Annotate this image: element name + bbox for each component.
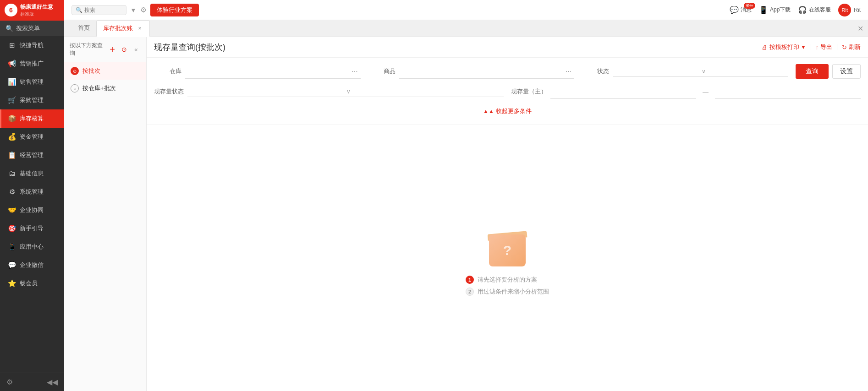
empty-state: 1 请先选择要分析的方案 2 用过滤条件来缩小分析范围	[147, 125, 868, 391]
inventory-qty-to-input[interactable]	[718, 86, 858, 97]
warehouse-label: 仓库	[154, 67, 181, 76]
topbar-search-input[interactable]	[84, 7, 121, 13]
product-input[interactable]	[402, 66, 566, 76]
username-label: Rit	[854, 7, 861, 13]
sidebar-header: 6 畅康通好生意 标准版	[0, 0, 64, 21]
page-header: 现存量查询(按批次) 🖨 按模板打印 ▼ ↑ 导出 ↻ 刷	[147, 37, 868, 58]
sidebar-item-app-center[interactable]: 📱 应用中心	[0, 238, 64, 256]
tab-close-icon[interactable]: ×	[137, 25, 143, 32]
sidebar-item-basic[interactable]: 🗂 基础信息	[0, 164, 64, 183]
settings-icon[interactable]: ⚙	[6, 378, 13, 386]
range-dash: —	[700, 88, 711, 95]
dropdown-arrow-icon[interactable]: ▼	[130, 6, 137, 14]
status-filter: 状态 ∨	[582, 66, 788, 77]
print-dropdown-icon[interactable]: ▼	[801, 44, 806, 50]
content-right: 现存量查询(按批次) 🖨 按模板打印 ▼ ↑ 导出 ↻ 刷	[147, 37, 868, 391]
empty-illustration	[484, 221, 530, 266]
enterprise-icon: 🤝	[8, 206, 16, 214]
menu-toggle-icon[interactable]: ◀◀	[47, 378, 58, 386]
inventory-qty-from-input[interactable]	[553, 86, 693, 97]
settings-gear-icon[interactable]: ⚙	[140, 5, 147, 14]
print-icon: 🖨	[762, 44, 768, 51]
brand-info: 畅康通好生意 标准版	[20, 4, 53, 17]
tab-batch-account[interactable]: 库存批次账 ×	[96, 20, 150, 37]
filter-row-1: 仓库 ··· 商品 ··· 状态	[154, 64, 861, 79]
scheme-item-by-batch[interactable]: ⊙ 按批次	[64, 62, 146, 80]
warehouse-filter: 仓库 ···	[154, 64, 361, 79]
member-icon: ⭐	[8, 279, 16, 288]
product-label: 商品	[368, 67, 396, 76]
sidebar-item-wechat[interactable]: 💬 企业微信	[0, 256, 64, 274]
inventory-qty-to	[715, 84, 861, 99]
sidebar-item-enterprise[interactable]: 🤝 企业协同	[0, 201, 64, 219]
sidebar-bottom: ⚙ ◀◀	[0, 373, 64, 391]
search-icon: 🔍	[5, 25, 13, 32]
system-icon: ⚙	[8, 188, 16, 196]
online-service-button[interactable]: 🎧 在线客服	[798, 5, 831, 14]
close-page-button[interactable]: ✕	[853, 24, 868, 33]
inventory-status-select-wrap[interactable]: ∨	[187, 87, 504, 97]
warehouse-input[interactable]	[188, 66, 352, 76]
trial-button[interactable]: 体验行业方案	[150, 4, 199, 16]
sidebar-item-sales[interactable]: 📊 销售管理	[0, 73, 64, 91]
page-content: 按以下方案查询 + ⊙ « ⊙ 按批次 ○ 按仓库+批次	[64, 37, 868, 391]
tip2-text: 用过滤条件来缩小分析范围	[478, 288, 549, 296]
sales-icon: 📊	[8, 78, 16, 86]
status-select-wrap[interactable]: ∨	[613, 66, 788, 77]
topbar-left: 🔍 ▼ ⚙ 体验行业方案	[71, 4, 725, 16]
inventory-qty-from	[550, 84, 696, 99]
sidebar-item-purchase[interactable]: 🛒 采购管理	[0, 91, 64, 109]
user-profile[interactable]: Rit Rit	[838, 4, 861, 16]
inventory-qty-label: 现存量（主）	[511, 87, 547, 96]
app-center-icon: 📱	[8, 243, 16, 251]
headset-icon: 🎧	[798, 5, 807, 14]
warehouse-more-icon[interactable]: ···	[352, 67, 357, 76]
sidebar-item-operations[interactable]: 📋 经营管理	[0, 146, 64, 164]
collapse-scheme-button[interactable]: «	[132, 45, 141, 54]
topbar-right: 💬 消息 99+ 📱 App下载 🎧 在线客服 Rit Rit	[730, 4, 861, 16]
scheme-panel: 按以下方案查询 + ⊙ « ⊙ 按批次 ○ 按仓库+批次	[64, 37, 147, 391]
finance-icon: 💰	[8, 133, 16, 141]
inventory-status-filter: 现存量状态 ∨	[154, 87, 504, 97]
settings-button[interactable]: 设置	[832, 64, 861, 79]
product-input-wrap: ···	[399, 64, 575, 79]
app-download-button[interactable]: 📱 App下载	[759, 5, 791, 14]
refresh-button[interactable]: ↻ 刷新	[842, 43, 861, 51]
scheme-settings-button[interactable]: ⊙	[120, 45, 129, 54]
sidebar-item-member[interactable]: ⭐ 畅会员	[0, 274, 64, 293]
message-icon: 💬	[730, 5, 739, 14]
product-more-icon[interactable]: ···	[566, 67, 571, 76]
export-button[interactable]: ↑ 导出	[816, 43, 833, 51]
sidebar-nav: ⊞ 快捷导航 📢 营销推广 📊 销售管理 🛒 采购管理 📦 库存核算 💰 资金管…	[0, 36, 64, 373]
collapse-up-icon: ▲▲	[483, 108, 494, 114]
warehouse-input-wrap: ···	[185, 64, 361, 79]
query-button[interactable]: 查询	[796, 64, 829, 79]
sidebar-item-system[interactable]: ⚙ 系统管理	[0, 183, 64, 201]
sidebar-item-guide[interactable]: 🎯 新手引导	[0, 219, 64, 238]
inventory-status-chevron-icon: ∨	[346, 88, 501, 95]
topbar: 🔍 ▼ ⚙ 体验行业方案 💬 消息 99+ 📱 App下载 🎧 在线客服	[64, 0, 868, 20]
search-menu-item[interactable]: 🔍 搜索菜单	[0, 21, 64, 36]
tab-home[interactable]: 首页	[71, 20, 96, 37]
topbar-search-box[interactable]: 🔍	[71, 5, 126, 15]
print-button[interactable]: 🖨 按模板打印 ▼	[762, 43, 806, 51]
sidebar-item-inventory[interactable]: 📦 库存核算	[0, 109, 64, 128]
purchase-icon: 🛒	[8, 96, 16, 104]
status-label: 状态	[582, 67, 609, 76]
status-chevron-icon: ∨	[702, 68, 786, 75]
sidebar-item-marketing[interactable]: 📢 营销推广	[0, 54, 64, 73]
inventory-status-label: 现存量状态	[154, 87, 184, 96]
divider	[811, 44, 811, 50]
divider2	[837, 44, 837, 50]
messages-button[interactable]: 💬 消息 99+	[730, 5, 752, 14]
scheme-inactive-icon: ○	[71, 84, 79, 92]
sidebar-item-finance[interactable]: 💰 资金管理	[0, 128, 64, 146]
scheme-item-by-warehouse-batch[interactable]: ○ 按仓库+批次	[64, 80, 146, 97]
main-area: 🔍 ▼ ⚙ 体验行业方案 💬 消息 99+ 📱 App下载 🎧 在线客服	[64, 0, 868, 391]
collapse-filter-bar[interactable]: ▲▲ 收起更多条件	[154, 104, 861, 118]
scheme-header-actions: + ⊙ «	[108, 45, 141, 54]
sidebar: 6 畅康通好生意 标准版 🔍 搜索菜单 ⊞ 快捷导航 📢 营销推广 📊 销售管理…	[0, 0, 64, 391]
sidebar-item-quick-nav[interactable]: ⊞ 快捷导航	[0, 36, 64, 54]
export-icon: ↑	[816, 44, 819, 51]
add-scheme-button[interactable]: +	[108, 45, 117, 54]
